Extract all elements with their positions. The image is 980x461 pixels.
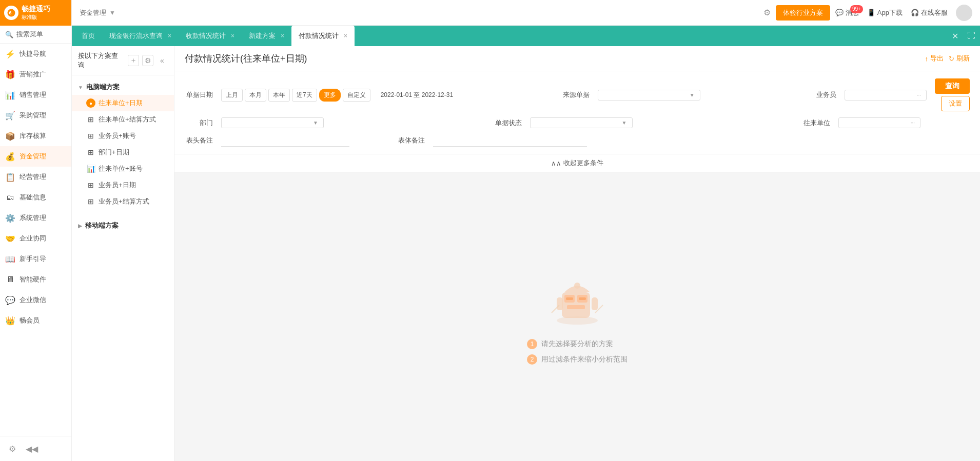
date-btn-more[interactable]: 更多 bbox=[319, 89, 341, 102]
doc-status-select[interactable]: ▼ bbox=[530, 117, 633, 128]
tab-home[interactable]: 首页 bbox=[74, 26, 102, 46]
messages-btn[interactable]: 💬 消息 99+ bbox=[835, 8, 859, 17]
date-btn-this-month[interactable]: 本月 bbox=[245, 89, 266, 102]
tip-text-1: 请先选择要分析的方案 bbox=[541, 339, 613, 349]
app-name: 畅捷通巧 bbox=[22, 5, 50, 14]
date-btn-custom[interactable]: 自定义 bbox=[343, 89, 370, 102]
sales-icon: 📊 bbox=[5, 90, 15, 100]
tip-num-2: 2 bbox=[527, 354, 537, 365]
tab-bank[interactable]: 现金银行流水查询 × bbox=[102, 26, 179, 46]
filter-settings-btn[interactable]: 设置 bbox=[941, 96, 970, 111]
refresh-btn[interactable]: ↻ 刷新 bbox=[949, 54, 970, 63]
tree-item-partner-settlement[interactable]: ⊞ 往来单位+结算方式 bbox=[72, 111, 174, 128]
headset-icon: 🎧 bbox=[911, 9, 919, 16]
export-icon: ↑ bbox=[925, 55, 929, 63]
panel-collapse-btn[interactable]: « bbox=[156, 55, 168, 66]
topbar-settings-btn[interactable]: ⚙ bbox=[763, 8, 771, 17]
tree-mobile-header[interactable]: ▶ 移动端方案 bbox=[72, 218, 174, 233]
tab-payment-close[interactable]: × bbox=[344, 32, 347, 39]
salesman-select[interactable]: ··· bbox=[845, 90, 927, 101]
sidebar-label-member: 畅会员 bbox=[19, 316, 40, 325]
sidebar-item-sales[interactable]: 📊 销售管理 bbox=[0, 85, 71, 105]
tree-item-salesman-date[interactable]: ⊞ 业务员+日期 bbox=[72, 177, 174, 193]
tree-item-partner-date[interactable]: ● 往来单位+日期 bbox=[72, 95, 174, 111]
tab-bank-close[interactable]: × bbox=[168, 32, 171, 39]
online-service-btn[interactable]: 🎧 在线客服 bbox=[911, 8, 948, 17]
sidebar-label-purchase: 采购管理 bbox=[19, 111, 46, 120]
sidebar-item-wechat[interactable]: 💬 企业微信 bbox=[0, 290, 71, 310]
tree-pc-arrow: ▼ bbox=[78, 85, 83, 90]
sidebar-item-basic[interactable]: 🗂 基础信息 bbox=[0, 187, 71, 208]
tab-new-plan[interactable]: 新建方案 × bbox=[242, 26, 291, 46]
date-btn-this-year[interactable]: 本年 bbox=[268, 89, 290, 102]
header-note-input[interactable] bbox=[221, 134, 349, 147]
dept-select[interactable]: ▼ bbox=[221, 117, 324, 128]
body-note-input[interactable] bbox=[433, 134, 587, 147]
partner-arrow: ··· bbox=[911, 120, 915, 126]
empty-tips: 1 请先选择要分析的方案 2 用过滤条件来缩小分析范围 bbox=[527, 339, 628, 365]
partner-select[interactable]: ··· bbox=[838, 117, 920, 128]
tab-receivable-label: 收款情况统计 bbox=[186, 31, 226, 41]
date-btn-last-month[interactable]: 上月 bbox=[221, 89, 243, 102]
sidebar-item-member[interactable]: 👑 畅会员 bbox=[0, 310, 71, 331]
sidebar-label-finance: 资金管理 bbox=[19, 152, 46, 161]
trial-btn[interactable]: 体验行业方案 bbox=[776, 5, 830, 21]
logo-icon: 6 bbox=[4, 6, 18, 20]
plan-settings-btn[interactable]: ⚙ bbox=[142, 55, 153, 66]
sidebar-label-guide: 新手引导 bbox=[19, 254, 46, 264]
sidebar-item-marketing[interactable]: 🎁 营销推广 bbox=[0, 64, 71, 85]
sidebar-item-system[interactable]: ⚙️ 系统管理 bbox=[0, 208, 71, 228]
sidebar-item-operations[interactable]: 📋 经营管理 bbox=[0, 167, 71, 187]
sidebar-item-inventory[interactable]: 📦 库存核算 bbox=[0, 126, 71, 146]
wechat-icon: 💬 bbox=[5, 295, 15, 305]
tree-item-salesman-account[interactable]: ⊞ 业务员+账号 bbox=[72, 128, 174, 144]
refresh-icon: ↻ bbox=[949, 55, 954, 63]
sidebar-item-cooperation[interactable]: 🤝 企业协同 bbox=[0, 228, 71, 249]
svg-rect-7 bbox=[579, 297, 586, 300]
tab-new-plan-close[interactable]: × bbox=[281, 32, 284, 39]
breadcrumb-text: 资金管理 bbox=[80, 8, 106, 17]
user-avatar[interactable] bbox=[956, 5, 972, 21]
tree-item-salesman-settlement[interactable]: ⊞ 业务员+结算方式 bbox=[72, 193, 174, 210]
basic-icon: 🗂 bbox=[5, 192, 15, 203]
tree-item-salesman-settlement-label: 业务员+结算方式 bbox=[99, 197, 149, 206]
tab-receivable[interactable]: 收款情况统计 × bbox=[179, 26, 242, 46]
tree-item-dept-date[interactable]: ⊞ 部门+日期 bbox=[72, 144, 174, 161]
window-maximize-btn[interactable]: ⛶ bbox=[965, 30, 977, 42]
tree-pc-header[interactable]: ▼ 电脑端方案 bbox=[72, 79, 174, 95]
breadcrumb-arrow: ▼ bbox=[109, 9, 115, 16]
table-icon-1: ⊞ bbox=[86, 115, 95, 124]
sidebar-label-inventory: 库存核算 bbox=[19, 131, 46, 141]
operations-icon: 📋 bbox=[5, 172, 15, 182]
app-download-btn[interactable]: 📱 App下载 bbox=[867, 8, 903, 17]
date-btn-last-7[interactable]: 近7天 bbox=[292, 89, 317, 102]
query-area: 查询 设置 bbox=[935, 78, 970, 111]
breadcrumb: 资金管理 ▼ bbox=[80, 8, 758, 17]
sidebar-label-wechat: 企业微信 bbox=[19, 295, 46, 305]
window-close-btn[interactable]: ✕ bbox=[949, 30, 961, 42]
sidebar-item-quick-nav[interactable]: ⚡ 快捷导航 bbox=[0, 44, 71, 64]
sidebar-item-guide[interactable]: 📖 新手引导 bbox=[0, 249, 71, 269]
query-btn[interactable]: 查询 bbox=[935, 78, 970, 94]
filter-area: 单据日期 上月 本月 本年 近7天 更多 自定义 2022-01-01 至 20… bbox=[174, 71, 980, 154]
sidebar-settings-btn[interactable]: ⚙ bbox=[5, 442, 19, 456]
tree-item-salesman-account-label: 业务员+账号 bbox=[99, 131, 136, 141]
source-doc-select[interactable]: ▼ bbox=[598, 90, 700, 101]
left-panel-title: 按以下方案查询 bbox=[78, 51, 124, 70]
collapse-more-btn[interactable]: ∧∧ 收起更多条件 bbox=[551, 158, 603, 168]
tab-receivable-close[interactable]: × bbox=[231, 32, 234, 39]
add-plan-btn[interactable]: ＋ bbox=[128, 55, 139, 66]
tree-pc-label: 电脑端方案 bbox=[86, 83, 120, 92]
cooperation-icon: 🤝 bbox=[5, 233, 15, 244]
tab-payment[interactable]: 付款情况统计 × bbox=[291, 26, 355, 46]
sidebar-item-finance[interactable]: 💰 资金管理 bbox=[0, 146, 71, 167]
sidebar-item-hardware[interactable]: 🖥 智能硬件 bbox=[0, 269, 71, 290]
table-icon-4: ⊞ bbox=[86, 181, 95, 190]
sidebar-item-purchase[interactable]: 🛒 采购管理 bbox=[0, 105, 71, 126]
sidebar-collapse-btn[interactable]: ◀◀ bbox=[25, 442, 39, 456]
tree-item-partner-account[interactable]: 📊 往来单位+账号 bbox=[72, 161, 174, 177]
main-area: 资金管理 ▼ ⚙ 体验行业方案 💬 消息 99+ 📱 App下载 🎧 在线客服 … bbox=[72, 0, 980, 461]
export-label: 导出 bbox=[930, 54, 944, 63]
search-menu[interactable]: 🔍 搜索菜单 bbox=[0, 26, 71, 44]
export-btn[interactable]: ↑ 导出 bbox=[925, 54, 944, 63]
